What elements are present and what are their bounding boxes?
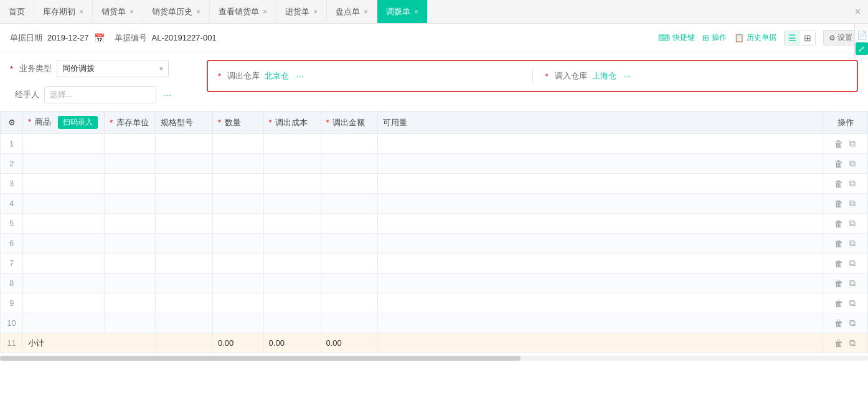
sidebar-external-link-icon[interactable]: ⤢ [856, 42, 868, 55]
row-cost-5[interactable] [263, 214, 321, 234]
row-available-4[interactable] [378, 194, 823, 214]
tab-purchase-order[interactable]: 进货单 × [276, 0, 327, 23]
row-amount-1[interactable] [321, 134, 378, 154]
gear-col-icon[interactable]: ⚙ [8, 118, 16, 127]
row-spec-8[interactable] [155, 274, 212, 293]
scan-button[interactable]: 扫码录入 [58, 116, 98, 129]
row-available-8[interactable] [378, 274, 823, 293]
row-spec-3[interactable] [155, 174, 212, 194]
copy-icon-10[interactable]: ⧉ [847, 318, 858, 329]
close-view-sales[interactable]: × [263, 8, 267, 16]
tab-transfer-order[interactable]: 调拨单 × [377, 0, 428, 23]
row-amount-6[interactable] [321, 234, 378, 254]
shortcuts-button[interactable]: ⌨ 快捷键 [658, 32, 695, 43]
window-close-button[interactable]: × [847, 0, 868, 23]
row-qty-6[interactable] [212, 234, 263, 254]
row-product-6[interactable] [23, 234, 105, 254]
tab-sales-history[interactable]: 销货单历史 × [143, 0, 210, 23]
copy-icon-9[interactable]: ⧉ [847, 298, 858, 309]
row-spec-6[interactable] [155, 234, 212, 254]
delete-icon-4[interactable]: 🗑 [833, 198, 844, 209]
row-amount-10[interactable] [321, 313, 378, 333]
row-unit-2[interactable] [105, 154, 156, 174]
row-qty-5[interactable] [212, 214, 263, 234]
business-type-select[interactable]: 同价调拨 ▾ [57, 60, 169, 77]
close-inventory-check[interactable]: × [364, 8, 368, 16]
tab-view-sales[interactable]: 查看销货单 × [210, 0, 276, 23]
row-unit-8[interactable] [105, 274, 156, 293]
tab-home[interactable]: 首页 [0, 0, 34, 23]
row-cost-3[interactable] [263, 174, 321, 194]
delete-icon-1[interactable]: 🗑 [833, 138, 844, 150]
delete-icon-3[interactable]: 🗑 [833, 178, 844, 189]
row-product-7[interactable] [23, 254, 105, 274]
row-cost-7[interactable] [263, 254, 321, 274]
row-qty-8[interactable] [212, 274, 263, 293]
row-amount-8[interactable] [321, 274, 378, 293]
row-amount-4[interactable] [321, 194, 378, 214]
source-warehouse-more-button[interactable]: ··· [294, 71, 306, 81]
row-cost-6[interactable] [263, 234, 321, 254]
copy-icon-4[interactable]: ⧉ [847, 198, 858, 209]
copy-icon-2[interactable]: ⧉ [847, 158, 858, 169]
delete-icon-7[interactable]: 🗑 [833, 258, 844, 269]
row-amount-5[interactable] [321, 214, 378, 234]
row-qty-7[interactable] [212, 254, 263, 274]
row-available-7[interactable] [378, 254, 823, 274]
row-available-2[interactable] [378, 154, 823, 174]
row-product-3[interactable] [23, 174, 105, 194]
row-unit-1[interactable] [105, 134, 156, 154]
row-unit-5[interactable] [105, 214, 156, 234]
row-product-9[interactable] [23, 293, 105, 313]
settings-button[interactable]: ⚙ 设置 [823, 30, 858, 45]
subtotal-copy-icon[interactable]: ⧉ [847, 338, 858, 349]
close-transfer-order[interactable]: × [414, 8, 418, 16]
row-spec-7[interactable] [155, 254, 212, 274]
row-qty-3[interactable] [212, 174, 263, 194]
handler-select[interactable]: 选择... [44, 86, 156, 103]
row-product-5[interactable] [23, 214, 105, 234]
row-available-5[interactable] [378, 214, 823, 234]
row-spec-10[interactable] [155, 313, 212, 333]
row-unit-10[interactable] [105, 313, 156, 333]
copy-icon-5[interactable]: ⧉ [847, 218, 858, 229]
row-available-1[interactable] [378, 134, 823, 154]
row-unit-4[interactable] [105, 194, 156, 214]
row-available-9[interactable] [378, 293, 823, 313]
tab-inventory-init[interactable]: 库存期初 × [34, 0, 93, 23]
row-spec-1[interactable] [155, 134, 212, 154]
row-cost-8[interactable] [263, 274, 321, 293]
delete-icon-2[interactable]: 🗑 [833, 158, 844, 169]
row-qty-4[interactable] [212, 194, 263, 214]
delete-icon-10[interactable]: 🗑 [833, 318, 844, 329]
delete-icon-5[interactable]: 🗑 [833, 218, 844, 229]
copy-icon-6[interactable]: ⧉ [847, 238, 858, 249]
row-product-8[interactable] [23, 274, 105, 293]
row-product-2[interactable] [23, 154, 105, 174]
row-product-4[interactable] [23, 194, 105, 214]
row-qty-10[interactable] [212, 313, 263, 333]
history-button[interactable]: 📋 历史单据 [734, 32, 776, 43]
row-qty-2[interactable] [212, 154, 263, 174]
row-product-1[interactable] [23, 134, 105, 154]
close-sales-order[interactable]: × [130, 8, 134, 16]
row-unit-7[interactable] [105, 254, 156, 274]
delete-icon-9[interactable]: 🗑 [833, 298, 844, 309]
row-spec-9[interactable] [155, 293, 212, 313]
handler-more-button[interactable]: ··· [161, 90, 174, 100]
sidebar-doc-icon[interactable]: 📄 [856, 29, 868, 41]
copy-icon-8[interactable]: ⧉ [847, 278, 858, 289]
row-product-10[interactable] [23, 313, 105, 333]
row-cost-4[interactable] [263, 194, 321, 214]
list-view-btn[interactable]: ☰ [785, 31, 800, 45]
copy-icon-3[interactable]: ⧉ [847, 178, 858, 189]
target-warehouse-more-button[interactable]: ··· [621, 71, 634, 81]
delete-icon-6[interactable]: 🗑 [833, 238, 844, 249]
row-amount-3[interactable] [321, 174, 378, 194]
subtotal-delete-icon[interactable]: 🗑 [833, 338, 844, 349]
copy-icon-1[interactable]: ⧉ [847, 138, 858, 150]
tab-sales-order[interactable]: 销货单 × [93, 0, 143, 23]
row-amount-9[interactable] [321, 293, 378, 313]
row-unit-6[interactable] [105, 234, 156, 254]
row-cost-10[interactable] [263, 313, 321, 333]
